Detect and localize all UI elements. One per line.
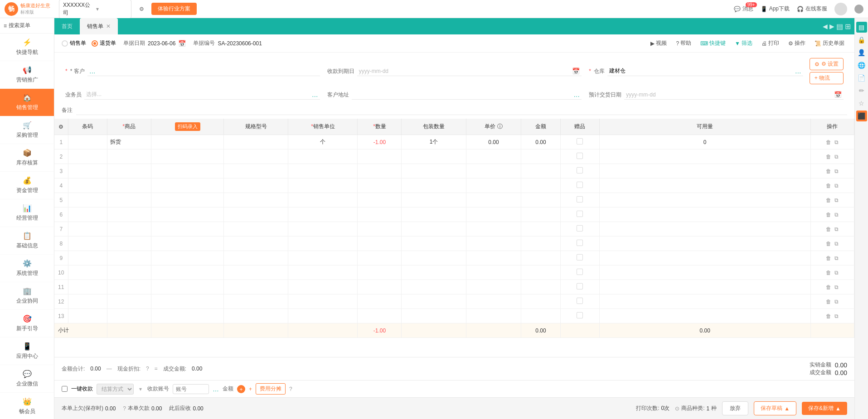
cell-gift[interactable] bbox=[560, 164, 599, 178]
cell-price[interactable] bbox=[466, 265, 521, 280]
cell-qty[interactable] bbox=[358, 236, 402, 251]
radio-return-order[interactable]: 退货单 bbox=[92, 39, 116, 47]
trial-button[interactable]: 体验行业方案 bbox=[151, 3, 197, 15]
delete-icon[interactable]: 🗑 bbox=[826, 226, 831, 232]
cell-gift[interactable] bbox=[560, 309, 599, 323]
cell-amount[interactable] bbox=[521, 265, 560, 280]
gift-checkbox[interactable] bbox=[577, 138, 583, 144]
cell-product[interactable]: 拆货 bbox=[107, 135, 151, 149]
cell-amount[interactable] bbox=[521, 178, 560, 193]
cell-unit[interactable] bbox=[288, 207, 358, 222]
due-date-input[interactable]: yyyy-mm-dd 📅 bbox=[357, 67, 582, 76]
cell-gift[interactable] bbox=[560, 207, 599, 222]
cell-unit[interactable] bbox=[288, 251, 358, 265]
cell-qty[interactable]: -1.00 bbox=[358, 135, 402, 149]
expense-split-button[interactable]: 费用分摊 bbox=[256, 383, 286, 395]
operations-btn[interactable]: ⚙ 操作 bbox=[786, 38, 808, 48]
cell-unit[interactable] bbox=[288, 309, 358, 323]
account-input[interactable] bbox=[173, 384, 209, 394]
gift-checkbox[interactable] bbox=[577, 298, 583, 304]
cell-barcode[interactable] bbox=[68, 236, 107, 251]
cell-pack-qty[interactable] bbox=[402, 309, 466, 323]
cell-product[interactable] bbox=[107, 236, 151, 251]
cell-qty[interactable] bbox=[358, 149, 402, 164]
cell-spec[interactable] bbox=[224, 222, 288, 236]
delete-icon[interactable]: 🗑 bbox=[826, 270, 831, 276]
settings-icon[interactable]: ⚙ bbox=[135, 3, 148, 15]
grid-view-icon[interactable]: ▤ bbox=[836, 22, 843, 31]
cell-gift[interactable] bbox=[560, 294, 599, 309]
copy-icon[interactable]: ⧉ bbox=[834, 241, 839, 247]
cell-barcode[interactable] bbox=[68, 135, 107, 149]
cell-qty[interactable] bbox=[358, 164, 402, 178]
order-no-value[interactable]: SA-20230606-001 bbox=[218, 40, 262, 47]
cell-product[interactable] bbox=[107, 178, 151, 193]
cell-barcode[interactable] bbox=[68, 164, 107, 178]
copy-icon[interactable]: ⧉ bbox=[834, 154, 839, 160]
copy-icon[interactable]: ⧉ bbox=[834, 284, 839, 290]
delete-icon[interactable]: 🗑 bbox=[826, 299, 831, 305]
cell-barcode[interactable] bbox=[68, 280, 107, 294]
cell-spec[interactable] bbox=[224, 164, 288, 178]
cell-amount[interactable] bbox=[521, 207, 560, 222]
copy-icon[interactable]: ⧉ bbox=[834, 183, 839, 189]
cell-barcode[interactable] bbox=[68, 294, 107, 309]
cell-unit[interactable] bbox=[288, 280, 358, 294]
print-btn[interactable]: 🖨 打印 bbox=[759, 38, 782, 48]
sidebar-search[interactable]: ≡ 搜索菜单 bbox=[0, 18, 54, 34]
cell-barcode[interactable] bbox=[68, 222, 107, 236]
cell-gift[interactable] bbox=[560, 236, 599, 251]
cell-spec[interactable] bbox=[224, 265, 288, 280]
right-panel-form-icon[interactable]: ▤ bbox=[856, 22, 867, 33]
cell-amount[interactable] bbox=[521, 280, 560, 294]
message-btn[interactable]: 💬 消息 99+ bbox=[734, 5, 753, 13]
sidebar-item-wechat[interactable]: 💬 企业微信 bbox=[0, 365, 54, 393]
cell-amount[interactable]: 0.00 bbox=[521, 135, 560, 149]
cell-amount[interactable] bbox=[521, 149, 560, 164]
cell-product[interactable] bbox=[107, 207, 151, 222]
cell-pack-qty[interactable] bbox=[402, 178, 466, 193]
cell-gift[interactable] bbox=[560, 251, 599, 265]
delete-icon[interactable]: 🗑 bbox=[826, 168, 831, 174]
sidebar-item-basic-info[interactable]: 📋 基础信息 bbox=[0, 227, 54, 255]
cell-product[interactable] bbox=[107, 149, 151, 164]
logistics-btn[interactable]: + 物流 bbox=[810, 72, 844, 84]
copy-icon[interactable]: ⧉ bbox=[834, 313, 839, 319]
date-value[interactable]: 2023-06-06 bbox=[148, 40, 175, 47]
cell-price[interactable] bbox=[466, 149, 521, 164]
cell-barcode[interactable] bbox=[68, 149, 107, 164]
cell-price[interactable] bbox=[466, 164, 521, 178]
copy-icon[interactable]: ⧉ bbox=[834, 270, 839, 276]
cell-gift[interactable] bbox=[560, 222, 599, 236]
cell-product[interactable] bbox=[107, 280, 151, 294]
cell-product[interactable] bbox=[107, 193, 151, 207]
cell-unit[interactable] bbox=[288, 265, 358, 280]
right-panel-lock-icon[interactable]: 🔒 bbox=[856, 34, 867, 45]
cell-unit[interactable] bbox=[288, 178, 358, 193]
sidebar-item-operations[interactable]: 📊 经营管理 bbox=[0, 199, 54, 227]
copy-icon[interactable]: ⧉ bbox=[834, 197, 839, 203]
cell-unit[interactable] bbox=[288, 164, 358, 178]
prev-record-icon[interactable]: ◀ bbox=[823, 23, 828, 30]
cell-amount[interactable] bbox=[521, 164, 560, 178]
gift-checkbox[interactable] bbox=[577, 240, 583, 246]
cell-product[interactable] bbox=[107, 251, 151, 265]
sidebar-item-finance[interactable]: 💰 资金管理 bbox=[0, 172, 54, 199]
cell-product[interactable] bbox=[107, 164, 151, 178]
cell-qty[interactable] bbox=[358, 265, 402, 280]
cell-qty[interactable] bbox=[358, 309, 402, 323]
copy-icon[interactable]: ⧉ bbox=[834, 139, 839, 145]
tab-home[interactable]: 首页 bbox=[54, 18, 80, 34]
delete-icon[interactable]: 🗑 bbox=[826, 212, 831, 218]
cell-amount[interactable] bbox=[521, 309, 560, 323]
cell-pack-qty[interactable] bbox=[402, 164, 466, 178]
cell-spec[interactable] bbox=[224, 251, 288, 265]
col-settings[interactable]: ⚙ bbox=[54, 119, 68, 135]
cell-unit[interactable] bbox=[288, 294, 358, 309]
gift-checkbox[interactable] bbox=[577, 153, 583, 159]
sidebar-item-enterprise[interactable]: 🏢 企业协同 bbox=[0, 282, 54, 310]
cell-gift[interactable] bbox=[560, 135, 599, 149]
gift-checkbox[interactable] bbox=[577, 182, 583, 188]
scan-btn[interactable]: 扫码录入 bbox=[175, 122, 200, 131]
discard-button[interactable]: 放弃 bbox=[722, 401, 748, 415]
